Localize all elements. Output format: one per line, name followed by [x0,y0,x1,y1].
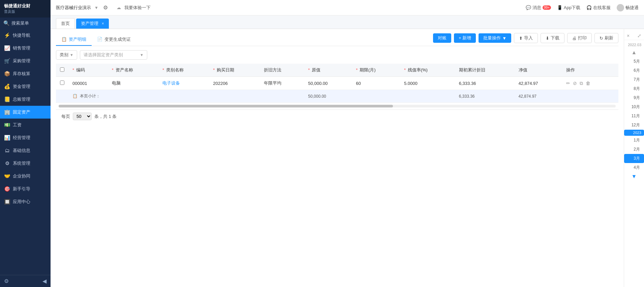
month-item-11[interactable]: 11月 [624,111,644,121]
month-item-2023-3[interactable]: 3月 [624,154,644,163]
sidebar-item-label: 新手引导 [13,186,30,192]
sub-tab-voucher-label: 变更生成凭证 [104,36,131,42]
tab-close-icon[interactable]: × [102,21,104,26]
per-page-select[interactable]: 50 10 20 100 [73,113,92,120]
guide-icon: 🎯 [4,186,10,192]
edit-icon[interactable]: ✏ [566,81,570,86]
basic-info-icon: 🗂 [4,148,10,153]
month-item-10[interactable]: 10月 [624,102,644,111]
category-filter-label: 类别 [60,52,68,58]
tab-asset-label: 资产管理 [81,21,98,26]
month-item-2023-1[interactable]: 1月 [624,136,644,145]
content-area: 📋 资产明细 📄 变更生成凭证 对账 + 新增 批量操作 ▼ ⬆ [51,29,644,287]
user-avatar-icon [617,4,624,11]
app-center-icon: 🔲 [4,199,10,205]
panel-scroll-down-btn[interactable]: ▼ [632,172,637,181]
year-2022-label: 2022.03 [624,41,644,48]
experience-text[interactable]: 我要体验一下 [124,5,151,11]
row-checkbox [56,77,68,90]
payroll-icon: 💵 [4,122,10,128]
sidebar-item-basic-info[interactable]: 🗂 基础信息 [0,144,51,157]
sidebar-item-system[interactable]: ⚙ 系统管理 [0,157,51,170]
asset-table-container: * 编码 * 资产名称 * 类别名称 [56,64,618,103]
sidebar-item-payroll[interactable]: 💵 工资 [0,119,51,131]
sidebar-item-guide[interactable]: 🎯 新手引导 [0,183,51,195]
month-item-2023-4[interactable]: 4月 [624,163,644,172]
download-icon: ⬇ [546,36,549,41]
import-btn[interactable]: ⬆ 导入 [514,33,538,43]
message-btn[interactable]: 💬 消息 99 [526,5,551,11]
message-icon: 💬 [526,5,531,10]
print-btn[interactable]: 🖨 打印 [567,33,592,43]
import-label: 导入 [524,35,533,41]
copy-icon[interactable]: ⧉ [580,81,583,86]
category-filter[interactable]: 类别 ▼ [56,50,77,60]
month-item-5[interactable]: 5月 [624,57,644,66]
sidebar-item-quick-nav[interactable]: ⚡ 快捷导航 [0,29,51,42]
month-item-9[interactable]: 9月 [624,93,644,102]
tab-asset-management[interactable]: 资产管理 × [76,19,109,29]
sidebar-item-label: 应用中心 [13,199,30,205]
month-item-6[interactable]: 6月 [624,66,644,75]
company-dropdown-icon[interactable]: ▼ [94,5,98,10]
sidebar-collapse-btn[interactable]: ◀ [42,278,47,284]
row-period: 60 [352,77,400,90]
download-btn[interactable]: ⬇ 下载 [541,33,564,43]
category-value: 电子设备 [162,81,180,86]
sidebar-item-sales[interactable]: 📈 销售管理 [0,42,51,55]
subtotal-accumulated-depreciation: 6,333.36 [455,90,515,103]
sidebar-item-operations[interactable]: 📊 经营管理 [0,131,51,144]
category-input-arrow: ▼ [140,53,144,57]
month-item-12[interactable]: 12月 [624,121,644,130]
batch-btn[interactable]: 批量操作 ▼ [479,33,511,43]
refresh-label: 刷新 [605,35,613,41]
sub-tab-asset-detail[interactable]: 📋 资产明细 [56,34,92,46]
row-category: 电子设备 [158,77,209,90]
app-edition: 普及版 [4,9,30,14]
sidebar-item-ledger[interactable]: 📒 总账管理 [0,93,51,106]
year-2023-marker: 2023 [624,130,644,136]
sidebar-item-app-center[interactable]: 🔲 应用中心 [0,195,51,208]
new-btn[interactable]: + 新增 [454,33,476,43]
refresh-btn[interactable]: ↻ 刷新 [594,33,618,43]
sidebar-item-fixed-assets[interactable]: 🏢 固定资产 [0,106,51,119]
sidebar-item-search[interactable]: 🔍 搜索菜单 [0,18,51,29]
content-main: 📋 资产明细 📄 变更生成凭证 对账 + 新增 批量操作 ▼ ⬆ [51,29,624,287]
batch-arrow-icon: ▼ [502,36,507,41]
row-select-checkbox[interactable] [60,81,64,85]
disable-icon[interactable]: ⊘ [573,81,577,86]
sidebar-item-purchase[interactable]: 🛒 采购管理 [0,55,51,67]
month-item-2023-2[interactable]: 2月 [624,145,644,154]
service-btn[interactable]: 🎧 在线客服 [586,5,611,11]
panel-expand-btn[interactable]: ⤢ [637,33,641,38]
category-placeholder: 请选择固定资产类别 [84,52,123,58]
sidebar: 畅捷通好业财 普及版 🔍 搜索菜单 ⚡ 快捷导航 📈 销售管理 🛒 采购管理 📦… [0,0,51,287]
sidebar-settings-btn[interactable]: ⚙ [4,278,9,284]
horizontal-scrollbar[interactable] [59,105,616,107]
category-input[interactable]: 请选择固定资产类别 ▼ [80,50,147,60]
filter-toolbar: 类别 ▼ 请选择固定资产类别 ▼ [56,50,618,60]
subtotal-icon: 📋 [72,94,78,98]
row-actions: ✏ ⊘ ⧉ 🗑 [562,77,618,90]
delete-icon[interactable]: 🗑 [586,81,590,86]
month-item-7[interactable]: 7月 [624,75,644,84]
sub-tab-voucher[interactable]: 📄 变更生成凭证 [92,34,136,46]
panel-close-btn[interactable]: × [627,33,630,38]
month-item-8[interactable]: 8月 [624,84,644,93]
panel-scroll-up-btn[interactable]: ▲ [632,48,637,57]
select-all-checkbox[interactable] [60,67,64,72]
tab-home[interactable]: 首页 [56,18,75,29]
sidebar-item-enterprise[interactable]: 🤝 企业协同 [0,170,51,183]
user-btn[interactable]: 畅捷通 [617,4,639,11]
asset-table: * 编码 * 资产名称 * 类别名称 [56,64,618,103]
download-label: 下载 [551,35,559,41]
th-action: 操作 [562,64,618,77]
sidebar-item-funds[interactable]: 💰 资金管理 [0,80,51,93]
topbar-settings-icon[interactable]: ⚙ [103,4,108,11]
sidebar-item-label: 销售管理 [13,45,30,51]
reconcile-btn[interactable]: 对账 [433,33,451,43]
sidebar-item-inventory[interactable]: 📦 库存核算 [0,67,51,80]
service-icon: 🎧 [586,5,592,10]
subtotal-original-value: 50,000.00 [304,90,352,103]
app-download-btn[interactable]: 📱 App下载 [557,5,580,11]
